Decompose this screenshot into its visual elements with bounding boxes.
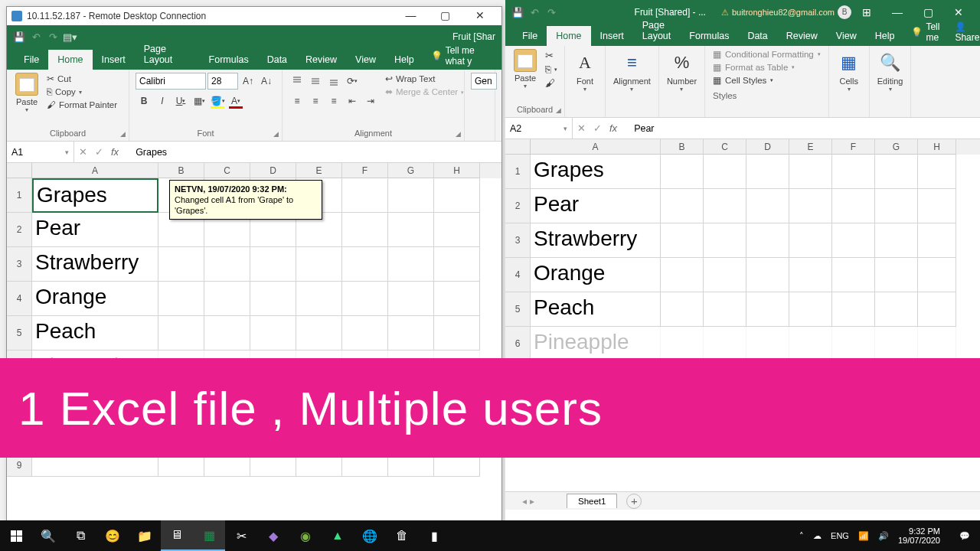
cell-F6[interactable] — [832, 327, 875, 361]
cell-C5[interactable] — [204, 316, 250, 350]
cell-H5[interactable] — [434, 316, 480, 350]
cell-B6[interactable] — [661, 327, 704, 361]
fx-icon[interactable]: fx — [111, 146, 119, 158]
col-header-B[interactable]: B — [661, 139, 704, 155]
cell-H4[interactable] — [918, 258, 956, 292]
row-header-1[interactable]: 1 — [505, 155, 531, 189]
format-as-table-button[interactable]: ▦Format as Table ▾ — [713, 62, 821, 73]
vs-icon[interactable]: ◆ — [257, 520, 289, 551]
cell-C4[interactable] — [204, 282, 250, 316]
tab-formulas[interactable]: Formulas — [680, 26, 738, 46]
cell-A1[interactable]: Grapes — [531, 155, 661, 189]
fx-icon[interactable]: fx — [609, 122, 617, 134]
cell-B4[interactable] — [661, 258, 704, 292]
col-header-G[interactable]: G — [875, 139, 918, 155]
cell-B1[interactable] — [661, 155, 704, 189]
win-close-button[interactable]: ✕ — [943, 6, 974, 18]
tab-pagelayout[interactable]: Page Layout — [135, 39, 200, 70]
col-header-G[interactable]: G — [388, 163, 434, 178]
cell-F1[interactable] — [342, 178, 388, 213]
format-painter-button[interactable]: 🖌 — [545, 77, 557, 90]
align-bottom-icon[interactable] — [325, 73, 342, 90]
tell-me-box[interactable]: Tell me — [903, 21, 947, 46]
col-header-C[interactable]: C — [704, 139, 746, 155]
explorer-icon[interactable]: 📁 — [129, 520, 161, 551]
cell-D5[interactable] — [746, 292, 789, 327]
rdp-min-button[interactable]: — — [394, 7, 428, 25]
wifi-icon[interactable]: 📶 — [858, 531, 869, 541]
cell-C5[interactable] — [704, 292, 746, 327]
tab-data[interactable]: Data — [738, 26, 776, 46]
snip-icon[interactable]: ✂ — [225, 520, 257, 551]
cell-F4[interactable] — [832, 258, 875, 292]
cell-G4[interactable] — [388, 282, 434, 316]
cell-H2[interactable] — [918, 189, 956, 223]
cell-B5[interactable] — [158, 316, 204, 350]
cell-G3[interactable] — [875, 223, 918, 258]
row-header-4[interactable]: 4 — [505, 258, 531, 292]
formula-value[interactable]: Pear — [622, 123, 654, 134]
ribbon-options-icon[interactable]: ⊞ — [851, 6, 882, 18]
cell-E4[interactable] — [296, 282, 342, 316]
col-header-D[interactable]: D — [250, 163, 296, 178]
cell-C4[interactable] — [704, 258, 746, 292]
cell-B2[interactable] — [661, 189, 704, 223]
cell-D3[interactable] — [746, 223, 789, 258]
cell-F2[interactable] — [342, 213, 388, 247]
cell-D3[interactable] — [250, 247, 296, 282]
cell-G2[interactable] — [388, 213, 434, 247]
emoji-app-icon[interactable]: 😊 — [96, 520, 129, 551]
cell-D4[interactable] — [746, 258, 789, 292]
cell-D4[interactable] — [250, 282, 296, 316]
cell-G1[interactable] — [388, 178, 434, 213]
cell-H3[interactable] — [434, 247, 480, 282]
col-header-C[interactable]: C — [204, 163, 250, 178]
taskbar-clock[interactable]: 9:32 PM 19/07/2020 — [898, 527, 940, 545]
copy-button[interactable]: ⎘▾ — [545, 63, 557, 77]
col-header-B[interactable]: B — [158, 163, 204, 178]
font-dialog-launcher[interactable]: ◢ — [273, 130, 279, 138]
enter-icon[interactable]: ✓ — [593, 122, 602, 134]
border-button[interactable]: ▦▾ — [191, 93, 207, 109]
cell-A4[interactable]: Orange — [32, 282, 158, 316]
cell-H1[interactable] — [918, 155, 956, 189]
merge-center-button[interactable]: ⬌Merge & Center ▾ — [385, 86, 464, 99]
cell-C2[interactable] — [704, 189, 746, 223]
cell-E4[interactable] — [789, 258, 832, 292]
cell-G6[interactable] — [875, 327, 918, 361]
align-right-icon[interactable]: ≡ — [325, 93, 342, 109]
cell-A2[interactable]: Pear — [32, 213, 158, 247]
font-name-select[interactable] — [136, 73, 206, 90]
decrease-indent-icon[interactable]: ⇤ — [344, 93, 361, 109]
row-header-2[interactable]: 2 — [505, 189, 531, 223]
cut-button[interactable]: ✂ — [545, 49, 557, 63]
align-left-icon[interactable]: ≡ — [289, 93, 305, 109]
rdp-titlebar[interactable]: 10.11.52.187 - Remote Desktop Connection… — [7, 7, 501, 25]
cell-F5[interactable] — [342, 316, 388, 350]
format-painter-button[interactable]: 🖌Format Painter — [47, 99, 117, 112]
undo-icon[interactable]: ↶ — [528, 6, 541, 18]
cell-E2[interactable] — [789, 189, 832, 223]
tab-file[interactable]: File — [513, 26, 547, 46]
row-header-2[interactable]: 2 — [7, 213, 32, 247]
cell-B4[interactable] — [158, 282, 204, 316]
name-box[interactable]: A1▾ — [7, 142, 74, 162]
win-max-button[interactable]: ▢ — [913, 6, 943, 18]
sheet-tab-sheet1[interactable]: Sheet1 — [567, 494, 617, 508]
col-header-F[interactable]: F — [342, 163, 388, 178]
select-all-corner[interactable] — [7, 163, 32, 178]
cell-G5[interactable] — [875, 292, 918, 327]
excel-taskbar-icon[interactable]: ▦ — [193, 520, 225, 551]
tab-review[interactable]: Review — [296, 50, 346, 70]
row-header-4[interactable]: 4 — [7, 282, 32, 316]
tab-view[interactable]: View — [346, 50, 385, 70]
copy-button[interactable]: ⎘Copy ▾ — [47, 86, 117, 99]
cell-F4[interactable] — [342, 282, 388, 316]
chrome-icon[interactable]: 🌐 — [354, 520, 386, 551]
cell-B3[interactable] — [661, 223, 704, 258]
cell-C3[interactable] — [204, 247, 250, 282]
cell-A2[interactable]: Pear — [531, 189, 661, 223]
col-header-H[interactable]: H — [918, 139, 956, 155]
tab-help[interactable]: Help — [385, 50, 423, 70]
increase-indent-icon[interactable]: ⇥ — [362, 93, 379, 109]
